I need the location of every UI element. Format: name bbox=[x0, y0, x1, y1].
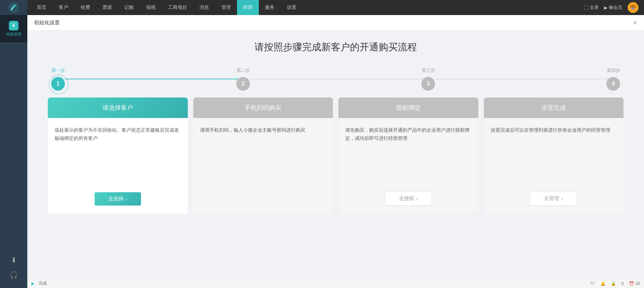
status-bar-right: 🛡 🔔 🔒 0 ⏰ 10 bbox=[591, 281, 640, 286]
card-3-btn[interactable]: 去授权 › bbox=[385, 192, 432, 206]
card-2-footer bbox=[193, 200, 333, 214]
arrow-icon: › bbox=[126, 196, 127, 202]
card-4-btn[interactable]: 去管理 › bbox=[530, 192, 577, 206]
card-2-header: 手机扫码购买 bbox=[193, 97, 333, 118]
nav-item-customer[interactable]: 客户 bbox=[53, 0, 74, 15]
top-nav: 首页 客户 收费 票据 记账 报税 工商项目 消息 管理 经营 服务 设置 ⛶ … bbox=[0, 0, 644, 15]
user-avatar[interactable]: 🐯 bbox=[628, 2, 639, 13]
card-1-btn[interactable]: 去选择 › bbox=[95, 192, 141, 206]
fullscreen-btn[interactable]: ⛶ 全屏 bbox=[584, 4, 599, 11]
arrow-icon-3: › bbox=[416, 196, 418, 201]
sidebar-logo bbox=[0, 0, 27, 15]
shield-icon: 🛡 bbox=[591, 281, 595, 286]
step-2-label: 第二步 bbox=[237, 67, 250, 74]
top-nav-right: ⛶ 全屏 ▶ 畅会员 🐯 bbox=[584, 2, 644, 13]
step-4: 第四步 4 bbox=[606, 67, 620, 91]
card-4-header: 设置完成 bbox=[484, 97, 624, 118]
setup-content: 请按照步骤完成新客户的开通购买流程 第一步 1 第二步 2 bbox=[27, 30, 644, 224]
play-icon: ▶ bbox=[604, 5, 607, 10]
nav-item-tax[interactable]: 报税 bbox=[140, 0, 162, 15]
card-3-header: 授权绑定 bbox=[338, 97, 478, 118]
step-1-label: 第一步 bbox=[52, 67, 65, 74]
steps-visual: 第一步 1 第二步 2 第三步 3 bbox=[41, 67, 630, 91]
step-3-circle: 3 bbox=[421, 77, 435, 91]
yuan-icon: ¥ bbox=[9, 21, 18, 30]
status-bar: ▶ 完成 🛡 🔔 🔒 0 ⏰ 10 bbox=[27, 278, 644, 288]
nav-item-message[interactable]: 消息 bbox=[193, 0, 215, 15]
step-connector-3 bbox=[435, 79, 606, 79]
card-4-body: 设置完成后可以在管理列表进行所有企业用户的经营管理 bbox=[484, 118, 624, 186]
step-3: 第三步 3 bbox=[421, 67, 435, 91]
nav-item-operation[interactable]: 经营 bbox=[237, 0, 259, 15]
card-2: 手机扫码购买 请用手机扫码，输入小微企业主账号密码进行购买 bbox=[193, 97, 333, 214]
step-4-circle: 4 bbox=[606, 77, 620, 91]
nav-item-home[interactable]: 首页 bbox=[31, 0, 53, 15]
sidebar-bottom: ⬇ 🎧 bbox=[8, 254, 20, 288]
arrow-icon-4: › bbox=[561, 196, 563, 201]
card-3-footer: 去授权 › bbox=[338, 186, 478, 214]
card-1-body: 该处展示的客户为不在回收站、客户状态正常建账后完成老板端绑定的所有客户 bbox=[48, 118, 188, 187]
nav-item-service[interactable]: 服务 bbox=[259, 0, 281, 15]
close-button[interactable]: × bbox=[633, 19, 637, 26]
step-4-label: 第四步 bbox=[607, 67, 620, 74]
step-1-circle: 1 bbox=[51, 77, 65, 91]
step-3-label: 第三步 bbox=[422, 67, 435, 74]
page-header: 初始化设置 × bbox=[27, 15, 644, 30]
step-1: 第一步 1 bbox=[51, 67, 65, 91]
sidebar-item-jingyingguanli[interactable]: ¥ 经营管理 bbox=[0, 15, 27, 42]
info-icon: 0 bbox=[621, 281, 624, 286]
nav-item-account[interactable]: 记账 bbox=[118, 0, 140, 15]
page-title: 初始化设置 bbox=[34, 19, 60, 26]
play-status-icon: ▶ bbox=[31, 281, 34, 286]
card-1-header: 请选择客户 bbox=[48, 97, 188, 118]
step-2-circle: 2 bbox=[236, 77, 250, 91]
download-icon[interactable]: ⬇ bbox=[8, 254, 20, 266]
card-1-footer: 去选择 › bbox=[48, 187, 188, 214]
card-3: 授权绑定 请先购买，购买后选择开通的产品中的企业用户进行授权绑定，成功后即可进行… bbox=[338, 97, 478, 214]
fullscreen-icon: ⛶ bbox=[584, 5, 588, 10]
volume-icon: 🔔 bbox=[600, 281, 605, 286]
sidebar-item-label: 经营管理 bbox=[6, 32, 21, 37]
nav-item-biz[interactable]: 工商项目 bbox=[162, 0, 193, 15]
step-2: 第二步 2 bbox=[236, 67, 250, 91]
card-3-body: 请先购买，购买后选择开通的产品中的企业用户进行授权绑定，成功后即可进行经营管理 bbox=[338, 118, 478, 186]
nav-item-manage[interactable]: 管理 bbox=[215, 0, 237, 15]
nav-item-fee[interactable]: 收费 bbox=[74, 0, 96, 15]
card-1: 请选择客户 该处展示的客户为不在回收站、客户状态正常建账后完成老板端绑定的所有客… bbox=[48, 97, 188, 214]
step-connector-2 bbox=[250, 79, 421, 79]
status-text: 完成 bbox=[39, 280, 47, 286]
sidebar: ¥ 经营管理 ⬇ 🎧 bbox=[0, 0, 27, 288]
main-content: 初始化设置 × 请按照步骤完成新客户的开通购买流程 第一步 1 第二步 2 bbox=[27, 15, 644, 278]
clock-icon: ⏰ 10 bbox=[629, 281, 640, 286]
card-4: 设置完成 设置完成后可以在管理列表进行所有企业用户的经营管理 去管理 › bbox=[484, 97, 624, 214]
step-connector-1 bbox=[65, 79, 236, 79]
card-2-body: 请用手机扫码，输入小微企业主账号密码进行购买 bbox=[193, 118, 333, 200]
setup-main-title: 请按照步骤完成新客户的开通购买流程 bbox=[41, 41, 630, 54]
nav-item-invoice[interactable]: 票据 bbox=[96, 0, 118, 15]
headset-icon[interactable]: 🎧 bbox=[8, 269, 20, 281]
nav-item-settings[interactable]: 设置 bbox=[281, 0, 303, 15]
card-4-footer: 去管理 › bbox=[484, 186, 624, 214]
cards-row: 请选择客户 该处展示的客户为不在回收站、客户状态正常建账后完成老板端绑定的所有客… bbox=[41, 97, 630, 214]
lock-icon: 🔒 bbox=[611, 281, 616, 286]
member-btn[interactable]: ▶ 畅会员 bbox=[604, 4, 622, 11]
